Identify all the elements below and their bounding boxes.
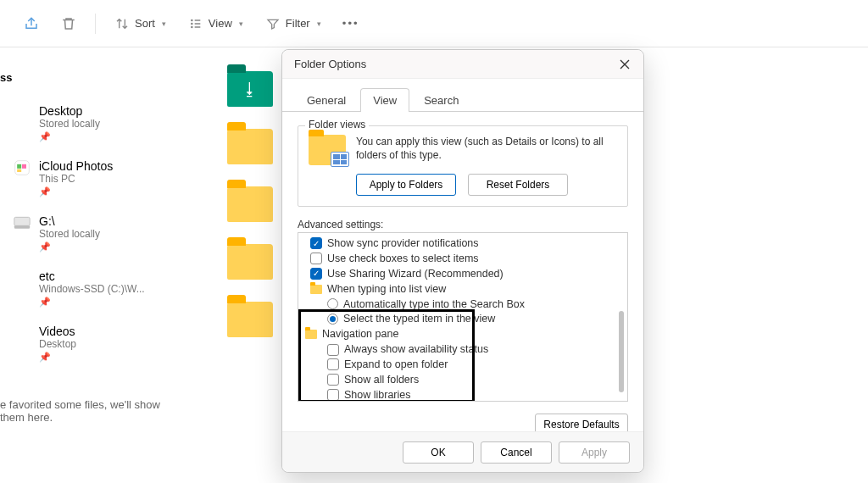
- chevron-down-icon: ▾: [239, 19, 243, 28]
- sidebar-item-label: G:\: [39, 214, 100, 228]
- sidebar-item-videos[interactable]: Videos Desktop 📌: [0, 319, 197, 375]
- ok-button[interactable]: OK: [403, 441, 474, 464]
- download-icon: ⭳: [242, 80, 259, 99]
- toolbar-separator: [95, 14, 96, 34]
- icloud-icon: [14, 159, 31, 176]
- filter-icon: [265, 16, 281, 31]
- svg-rect-8: [14, 225, 30, 228]
- checkbox-icon: ✓: [310, 268, 322, 280]
- sort-button[interactable]: Sort ▾: [106, 11, 175, 36]
- close-icon: [620, 59, 630, 69]
- radio-icon: [327, 314, 338, 325]
- advanced-settings-label: Advanced settings:: [298, 219, 628, 230]
- sidebar-item-label: Desktop: [39, 104, 100, 118]
- chevron-down-icon: ▾: [317, 19, 321, 28]
- dialog-titlebar: Folder Options: [282, 50, 643, 79]
- sidebar-item-gdrive[interactable]: G:\ Stored locally 📌: [0, 209, 197, 264]
- chevron-down-icon: ▾: [162, 19, 166, 28]
- scrollbar-thumb[interactable]: [619, 311, 624, 392]
- adv-item-nav-avail[interactable]: Always show availability status: [303, 342, 622, 358]
- svg-point-0: [192, 19, 192, 20]
- tab-general[interactable]: General: [294, 88, 359, 112]
- adv-group-navpane: Navigation pane: [303, 327, 622, 342]
- sort-icon: [114, 16, 130, 31]
- sidebar-item-sublabel: Stored locally: [39, 118, 100, 130]
- sidebar-item-etc[interactable]: etc Windows-SSD (C:)\W... 📌: [0, 264, 197, 319]
- drive-icon: [14, 214, 31, 231]
- adv-item-sharing[interactable]: ✓Use Sharing Wizard (Recommended): [303, 267, 622, 282]
- tab-view[interactable]: View: [360, 88, 409, 112]
- folder-item[interactable]: [227, 186, 273, 222]
- pin-icon: 📌: [39, 242, 100, 253]
- dialog-body: Folder views You can apply this view (su…: [282, 112, 643, 431]
- pin-icon: 📌: [39, 131, 100, 142]
- sidebar-item-label: Videos: [39, 325, 76, 338]
- adv-item-typing-select[interactable]: Select the typed item in the view: [303, 312, 622, 327]
- checkbox-icon: [327, 374, 339, 386]
- filter-label: Filter: [286, 17, 310, 30]
- checkbox-icon: ✓: [310, 237, 322, 249]
- checkbox-icon: [310, 253, 322, 264]
- filter-button[interactable]: Filter ▾: [257, 11, 330, 36]
- ellipsis-icon: •••: [343, 16, 359, 31]
- sidebar-item-sublabel: Stored locally: [39, 228, 100, 240]
- svg-rect-5: [22, 164, 26, 169]
- folder-item[interactable]: [227, 129, 273, 164]
- reset-folders-button[interactable]: Reset Folders: [468, 174, 568, 196]
- adv-item-typing-auto[interactable]: Automatically type into the Search Box: [303, 297, 622, 313]
- more-button[interactable]: •••: [335, 11, 367, 36]
- folder-item-downloads[interactable]: ⭳: [227, 71, 273, 107]
- svg-rect-7: [14, 217, 30, 225]
- svg-point-2: [192, 26, 192, 27]
- dialog-footer: OK Cancel Apply: [282, 431, 643, 472]
- tab-search[interactable]: Search: [411, 88, 471, 112]
- folder-views-text: You can apply this view (such as Details…: [356, 135, 617, 162]
- adv-item-nav-lib[interactable]: Show libraries: [303, 388, 622, 402]
- adv-group-typing: When typing into list view: [303, 282, 622, 297]
- delete-button[interactable]: [53, 11, 85, 36]
- cancel-button[interactable]: Cancel: [481, 441, 552, 464]
- sidebar-item-label: etc: [39, 269, 145, 283]
- svg-rect-6: [17, 169, 21, 172]
- folder-views-group: Folder views You can apply this view (su…: [298, 125, 628, 207]
- sidebar-item-sublabel: Windows-SSD (C:)\W...: [39, 283, 145, 295]
- sidebar-item-icloud[interactable]: iCloud Photos This PC 📌: [0, 154, 197, 209]
- sidebar-item-sublabel: Desktop: [39, 338, 76, 350]
- folder-icon: [305, 330, 317, 339]
- view-label: View: [209, 17, 232, 30]
- adv-item-checkboxes[interactable]: Use check boxes to select items: [303, 252, 622, 267]
- share-button[interactable]: [15, 11, 47, 36]
- trash-icon: [61, 16, 76, 31]
- adv-item-nav-all[interactable]: Show all folders: [303, 373, 622, 388]
- adv-item-sync[interactable]: ✓Show sync provider notifications: [303, 236, 622, 252]
- folder-options-dialog: Folder Options General View Search Folde…: [281, 49, 644, 473]
- apply-to-folders-button[interactable]: Apply to Folders: [356, 174, 456, 196]
- close-button[interactable]: [615, 54, 635, 75]
- checkbox-icon: [327, 389, 339, 401]
- advanced-settings-list[interactable]: ✓Show sync provider notifications Use ch…: [298, 232, 628, 402]
- folder-item[interactable]: [227, 244, 273, 280]
- folder-item[interactable]: [227, 302, 273, 337]
- svg-point-1: [192, 23, 192, 24]
- folder-icon: [310, 285, 322, 294]
- pin-icon: 📌: [39, 352, 76, 363]
- checkbox-icon: [327, 344, 339, 356]
- view-button[interactable]: View ▾: [180, 11, 252, 36]
- favorites-hint: e favorited some files, we'll show them …: [0, 375, 197, 424]
- explorer-sidebar: ss Desktop Stored locally 📌 iCloud Photo…: [0, 47, 197, 483]
- folder-icon: [14, 325, 31, 341]
- dialog-title: Folder Options: [294, 58, 615, 70]
- adv-item-nav-expand[interactable]: Expand to open folder: [303, 358, 622, 373]
- view-icon: [188, 16, 203, 31]
- restore-defaults-button[interactable]: Restore Defaults: [535, 414, 628, 431]
- sort-label: Sort: [135, 17, 155, 30]
- dialog-tabs: General View Search: [282, 79, 643, 112]
- checkbox-icon: [327, 358, 339, 370]
- radio-icon: [327, 298, 338, 309]
- explorer-toolbar: Sort ▾ View ▾ Filter ▾ •••: [0, 0, 868, 47]
- apply-button[interactable]: Apply: [559, 441, 630, 464]
- svg-rect-4: [17, 164, 21, 169]
- pin-icon: 📌: [39, 297, 145, 308]
- sidebar-item-desktop[interactable]: Desktop Stored locally 📌: [0, 99, 197, 154]
- sidebar-item-label: iCloud Photos: [39, 159, 113, 173]
